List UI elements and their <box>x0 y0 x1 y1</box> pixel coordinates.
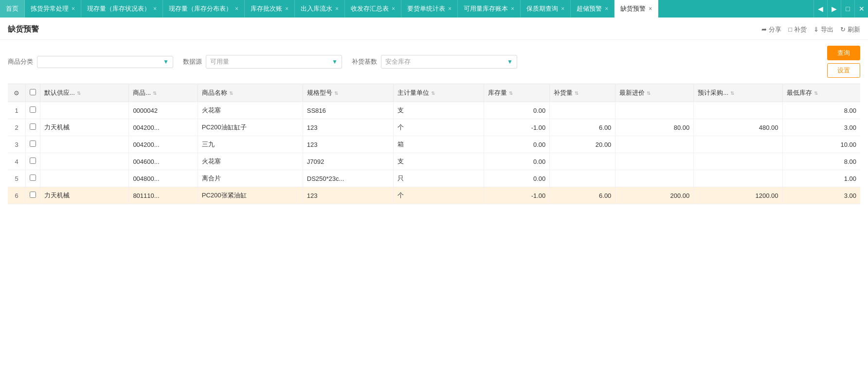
th-gear[interactable]: ⚙ <box>8 84 26 102</box>
th-checkbox[interactable] <box>26 84 40 102</box>
th-name-label: 商品名称 <box>202 88 227 97</box>
tab-picking-close[interactable]: × <box>72 5 75 12</box>
select-all-checkbox[interactable] <box>30 89 36 95</box>
row-num-cell: 3 <box>8 136 26 153</box>
tab-batch-close[interactable]: × <box>285 5 289 12</box>
tab-batch[interactable]: 库存批次账 × <box>245 0 295 18</box>
th-supplier[interactable]: 默认供应... ⇅ <box>40 84 129 102</box>
tab-next-btn[interactable]: ▶ <box>827 0 841 18</box>
th-min-stock[interactable]: 最低库存 ⇅ <box>782 84 860 102</box>
th-replenish[interactable]: 补货量 ⇅ <box>550 84 615 102</box>
filter-area: 商品分类 ▼ 数据源 可用量 ▼ 补货基数 安全库存 ▼ 查询 设置 <box>0 40 868 84</box>
th-latest-price[interactable]: 最新进价 ⇅ <box>615 84 694 102</box>
th-spec[interactable]: 规格型号 ⇅ <box>303 84 393 102</box>
row-spec-cell: 123 <box>303 119 393 136</box>
tab-expiry[interactable]: 保质期查询 × <box>521 0 571 18</box>
th-stock[interactable]: 库存量 ⇅ <box>484 84 550 102</box>
tab-shortage-close[interactable]: × <box>649 5 652 12</box>
tab-stock2-close[interactable]: × <box>235 5 238 12</box>
row-est-purchase-cell <box>694 102 782 119</box>
tab-order-label: 要货单统计表 <box>407 4 445 13</box>
th-code-label: 商品... <box>133 88 151 97</box>
tab-home[interactable]: 首页 <box>0 0 25 18</box>
row-checkbox[interactable] <box>30 158 36 164</box>
tab-window-btn[interactable]: □ <box>841 0 854 18</box>
share-button[interactable]: ➦ 分享 <box>761 25 781 34</box>
th-name[interactable]: 商品名称 ⇅ <box>198 84 303 102</box>
tab-summary-close[interactable]: × <box>392 5 395 12</box>
tab-expiry-close[interactable]: × <box>561 5 564 12</box>
replenish-button[interactable]: □ 补货 <box>788 25 807 34</box>
th-unit[interactable]: 主计量单位 ⇅ <box>393 84 484 102</box>
row-checkbox[interactable] <box>30 106 36 113</box>
row-code-cell: 004200... <box>129 136 198 153</box>
th-replenish-label: 补货量 <box>554 88 573 97</box>
tab-expiry-label: 保质期查询 <box>526 4 558 13</box>
table-row[interactable]: 1 0000042 火花塞 SS816 支 0.00 8.00 <box>8 102 860 119</box>
query-button[interactable]: 查询 <box>827 46 860 60</box>
row-num-cell: 5 <box>8 170 26 187</box>
export-button[interactable]: ⇓ 导出 <box>814 25 833 34</box>
row-latest-price-cell: 80.00 <box>615 119 694 136</box>
row-unit-cell: 只 <box>393 170 484 187</box>
row-supplier-cell: 力天机械 <box>40 187 129 204</box>
row-checkbox[interactable] <box>30 192 36 198</box>
tab-stock1-close[interactable]: × <box>153 5 157 12</box>
tab-picking[interactable]: 拣货异常处理 × <box>25 0 81 18</box>
table-row[interactable]: 6 力天机械 801110... PC200张紧油缸 123 个 -1.00 6… <box>8 187 860 204</box>
tab-available-close[interactable]: × <box>511 5 514 12</box>
row-min-stock-cell: 8.00 <box>782 153 860 170</box>
refresh-button[interactable]: ↻ 刷新 <box>840 25 860 34</box>
tab-close-all-btn[interactable]: ✕ <box>854 0 868 18</box>
row-name-cell: 火花塞 <box>198 153 303 170</box>
row-checkbox[interactable] <box>30 141 36 147</box>
row-checkbox-cell[interactable] <box>26 102 40 119</box>
row-checkbox-cell[interactable] <box>26 170 40 187</box>
tab-prev-btn[interactable]: ◀ <box>814 0 827 18</box>
table-row[interactable]: 3 004200... 三九 123 箱 0.00 20.00 10.00 <box>8 136 860 153</box>
tab-summary[interactable]: 收发存汇总表 × <box>345 0 401 18</box>
tab-order-close[interactable]: × <box>448 5 452 12</box>
row-supplier-cell <box>40 102 129 119</box>
row-checkbox[interactable] <box>30 175 36 181</box>
row-code-cell: 801110... <box>129 187 198 204</box>
tab-available[interactable]: 可用量库存账本 × <box>458 0 521 18</box>
tab-stock1[interactable]: 现存量（库存状况表） × <box>81 0 163 18</box>
row-supplier-cell <box>40 153 129 170</box>
th-est-purchase[interactable]: 预计采购... ⇅ <box>694 84 782 102</box>
replenish-icon: □ <box>788 26 792 33</box>
th-min-stock-label: 最低库存 <box>787 88 812 97</box>
table-row[interactable]: 5 004800... 离合片 DS250*23c... 只 0.00 1.00 <box>8 170 860 187</box>
tab-overstock-close[interactable]: × <box>605 5 608 12</box>
row-checkbox-cell[interactable] <box>26 119 40 136</box>
row-checkbox-cell[interactable] <box>26 136 40 153</box>
settings-button[interactable]: 设置 <box>827 63 860 78</box>
main-content: 缺货预警 ➦ 分享 □ 补货 ⇓ 导出 ↻ 刷新 商品分类 <box>0 18 868 387</box>
replenish-arrow-icon: ▼ <box>507 58 513 65</box>
row-unit-cell: 箱 <box>393 136 484 153</box>
table-row[interactable]: 2 力天机械 004200... PC200油缸缸子 123 个 -1.00 6… <box>8 119 860 136</box>
tab-flow[interactable]: 出入库流水 × <box>295 0 345 18</box>
category-select[interactable]: ▼ <box>37 56 173 68</box>
datasource-select[interactable]: 可用量 ▼ <box>206 55 342 69</box>
row-stock-cell: 0.00 <box>484 136 550 153</box>
tab-overstock[interactable]: 超储预警 × <box>571 0 615 18</box>
tab-shortage[interactable]: 缺货预警 × <box>615 0 658 18</box>
min-stock-sort-icon: ⇅ <box>814 90 818 96</box>
tab-stock2[interactable]: 现存量（库存分布表） × <box>163 0 245 18</box>
spec-sort-icon: ⇅ <box>334 90 338 96</box>
tab-flow-close[interactable]: × <box>335 5 339 12</box>
th-code[interactable]: 商品... ⇅ <box>129 84 198 102</box>
tab-order[interactable]: 要货单统计表 × <box>401 0 458 18</box>
table-row[interactable]: 4 004600... 火花塞 J7092 支 0.00 8.00 <box>8 153 860 170</box>
replenish-select[interactable]: 安全库存 ▼ <box>381 55 517 69</box>
th-spec-label: 规格型号 <box>307 88 332 97</box>
export-label: 导出 <box>821 25 833 34</box>
row-checkbox-cell[interactable] <box>26 187 40 204</box>
row-spec-cell: SS816 <box>303 102 393 119</box>
row-checkbox-cell[interactable] <box>26 153 40 170</box>
row-checkbox[interactable] <box>30 123 36 130</box>
th-supplier-label: 默认供应... <box>44 88 75 97</box>
row-name-cell: PC200张紧油缸 <box>198 187 303 204</box>
column-settings-icon[interactable]: ⚙ <box>12 88 21 98</box>
